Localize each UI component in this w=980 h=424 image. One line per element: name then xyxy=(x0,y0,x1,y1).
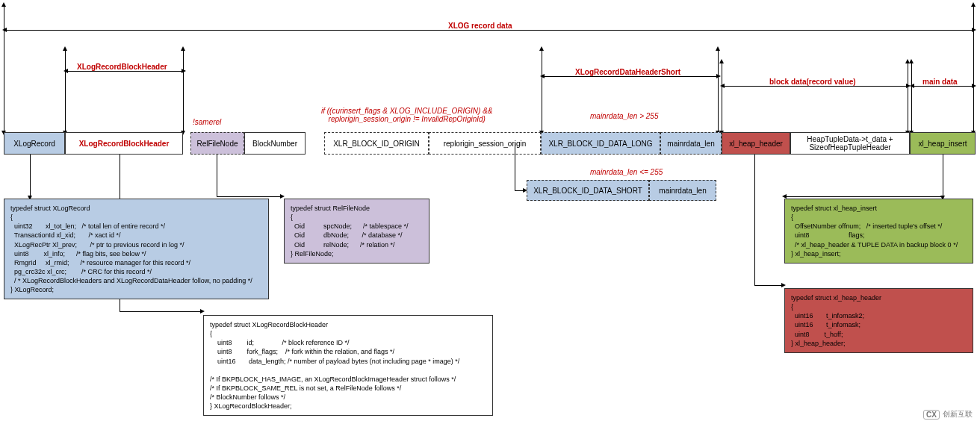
note-samerel: !samerel xyxy=(193,118,221,126)
bracket-bh-right xyxy=(183,49,184,132)
note-len-le: mainrdata_len <= 255 xyxy=(590,168,663,176)
cell-data-long: XLR_BLOCK_ID_DATA_LONG xyxy=(541,132,660,155)
md-label: main data xyxy=(922,78,958,86)
arrow xyxy=(972,84,976,88)
arrow xyxy=(971,2,976,7)
arrow xyxy=(540,74,545,78)
struct-relfilenode-text: typedef struct RelFileNode { Oid spcNode… xyxy=(291,204,423,258)
cell-mainrdata-len-2: mainrdata_len xyxy=(649,180,716,201)
bracket-bh-bar xyxy=(66,71,183,72)
arrow xyxy=(781,283,786,287)
cell-mainrdata-len: mainrdata_len xyxy=(660,132,722,155)
arrow xyxy=(63,69,68,73)
bracket-bh-left xyxy=(65,49,66,132)
struct-xlheapinsert: typedef struct xl_heap_insert { OffsetNu… xyxy=(784,199,973,264)
cell-data-short: XLR_BLOCK_ID_DATA_SHORT xyxy=(527,180,649,201)
bracket-dhs-left xyxy=(542,49,542,132)
cell-heap-tuple: HeapTupleData->t_data + SizeofHeapTupleH… xyxy=(790,132,910,155)
bracket-md-bar xyxy=(912,86,973,87)
arrow xyxy=(720,84,725,88)
conn-blockheader-h xyxy=(120,311,202,312)
arrow xyxy=(719,59,724,63)
struct-xlheapheader-text: typedef struct xl_heap_header { uint16 t… xyxy=(791,293,967,348)
arrow xyxy=(972,28,976,32)
cell-session-origin: replorigin_session_origin xyxy=(429,132,541,155)
cell-blocknumber: BlockNumber xyxy=(244,132,306,155)
bracket-bd-left xyxy=(722,61,722,132)
arrow xyxy=(910,84,914,88)
cell-xl-heap-header: xl_heap_header xyxy=(722,132,790,155)
struct-xlogrecord-text: typedef struct XLogRecord { uint32 xl_to… xyxy=(10,204,262,294)
arrow xyxy=(200,309,205,314)
conn-heapinsert-v xyxy=(943,155,943,196)
struct-xlheapinsert-text: typedef struct xl_heap_insert { OffsetNu… xyxy=(791,204,967,258)
note-len-gt: mainrdata_len > 255 xyxy=(590,112,658,120)
arrow xyxy=(909,59,914,63)
bracket-bd-bar xyxy=(722,86,908,87)
cell-block-id-origin: XLR_BLOCK_ID_ORIGIN xyxy=(324,132,429,155)
cell-xl-heap-insert: xl_heap_insert xyxy=(910,132,976,155)
struct-relfilenode: typedef struct RelFileNode { Oid spcNode… xyxy=(284,199,429,264)
bracket-bd-right xyxy=(908,61,908,132)
watermark-logo: CX创新互联 xyxy=(923,409,973,420)
bracket-full-left xyxy=(4,4,4,132)
arrow xyxy=(181,46,185,51)
struct-blockheader-text: typedef struct XLogRecordBlockHeader { u… xyxy=(210,320,486,411)
cell-xlogrecord: XLogRecord xyxy=(4,132,65,155)
cell-blockheader: XLogRecordBlockHeader xyxy=(65,132,183,155)
bh-label: XLogRecordBlockHeader xyxy=(77,63,167,71)
arrow xyxy=(2,28,7,32)
note-origin-cond: if ((curinsert_flags & XLOG_INCLUDE_ORIG… xyxy=(321,107,493,123)
conn-relfilenode-v xyxy=(217,155,217,196)
arrow xyxy=(63,46,67,51)
conn-relfilenode-h xyxy=(217,196,282,197)
arrow xyxy=(182,69,186,73)
watermark-text: 创新互联 xyxy=(943,409,973,420)
bracket-dhs-bar xyxy=(542,76,718,77)
conn-xlogrecord xyxy=(30,155,31,197)
conn-heapheader-v xyxy=(754,155,755,285)
bd-label: block data(record value) xyxy=(769,78,856,86)
arrow xyxy=(1,2,6,7)
arrow xyxy=(716,74,721,78)
arrow xyxy=(523,188,527,193)
title-label: XLOG record data xyxy=(448,22,512,30)
conn-heapheader-h xyxy=(754,285,783,286)
arrow xyxy=(539,46,544,51)
conn-heapinsert-h xyxy=(784,196,943,197)
arrow xyxy=(716,46,720,51)
dhs-label: XLogRecordDataHeaderShort xyxy=(575,68,680,76)
bracket-full-right xyxy=(973,4,974,132)
struct-blockheader: typedef struct XLogRecordBlockHeader { u… xyxy=(203,315,493,416)
cell-relfilenode: RelFileNode xyxy=(190,132,244,155)
bracket-full-bar xyxy=(4,30,973,31)
bracket-md-left xyxy=(911,61,912,132)
conn-short-v xyxy=(515,143,515,190)
bracket-dhs-right xyxy=(718,49,719,132)
struct-xlogrecord: typedef struct XLogRecord { uint32 xl_to… xyxy=(4,199,269,299)
struct-xlheapheader: typedef struct xl_heap_header { uint16 t… xyxy=(784,288,973,353)
